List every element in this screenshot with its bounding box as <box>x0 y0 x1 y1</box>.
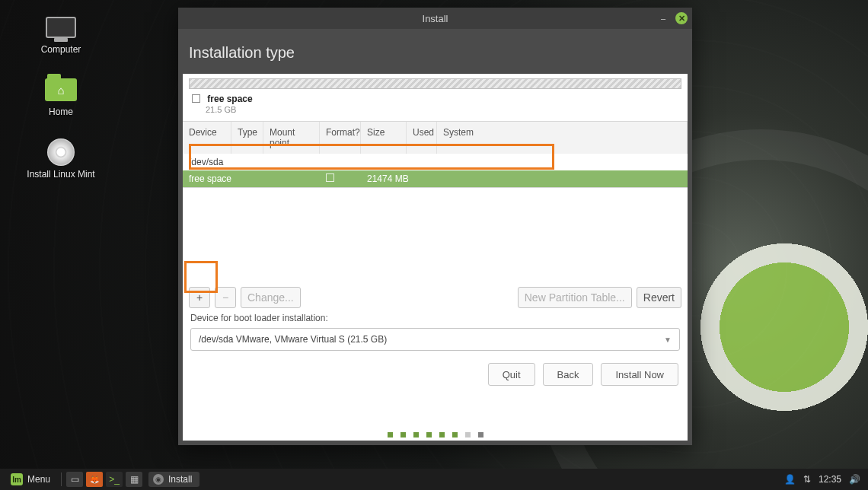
dot <box>400 432 406 438</box>
dot <box>478 432 483 438</box>
cell-device: /dev/sda <box>183 157 229 167</box>
files-launcher[interactable]: ▦ <box>126 472 142 487</box>
table-header: Device Type Mount point Format? Size Use… <box>183 122 688 154</box>
col-system[interactable]: System <box>437 122 688 154</box>
back-button[interactable]: Back <box>543 363 594 386</box>
boot-loader-select[interactable]: /dev/sda VMware, VMware Virtual S (21.5 … <box>190 328 680 351</box>
col-size[interactable]: Size <box>361 122 407 154</box>
close-button[interactable]: ✕ <box>675 12 688 24</box>
table-empty-area <box>183 188 688 279</box>
dot <box>413 432 419 438</box>
table-row-free-space[interactable]: free space 21474 MB <box>183 170 688 187</box>
desktop-icon-label: Install Linux Mint <box>27 169 94 180</box>
desktop-icon-label: Home <box>49 107 73 117</box>
change-partition-button[interactable]: Change... <box>241 287 301 308</box>
monitor-icon <box>44 14 78 41</box>
quick-launch: ▭ 🦊 >_ ▦ <box>66 472 142 487</box>
menu-label: Menu <box>27 474 50 485</box>
cell-size: 21474 MB <box>361 173 415 184</box>
system-tray: 👤 ⇅ 12:35 🔊 <box>784 474 863 485</box>
folder-icon <box>44 76 78 103</box>
legend-label: free space <box>207 94 252 104</box>
titlebar[interactable]: Install – ✕ <box>178 8 692 29</box>
cell-format <box>320 173 361 184</box>
volume-icon[interactable]: 🔊 <box>849 474 860 485</box>
format-checkbox[interactable] <box>326 173 334 182</box>
dot <box>426 432 432 438</box>
desktop-icon-computer[interactable]: Computer <box>18 14 104 55</box>
minimize-button[interactable]: – <box>657 12 669 24</box>
col-mount-point[interactable]: Mount point <box>263 122 320 154</box>
menu-button[interactable]: lm Menu <box>5 471 56 488</box>
desktop-icon-home[interactable]: Home <box>18 76 104 117</box>
boot-loader-label: Device for boot loader installation: <box>183 313 688 328</box>
window-title: Install <box>423 13 448 24</box>
table-body: /dev/sda free space 21474 MB <box>183 154 688 187</box>
partition-table: Device Type Mount point Format? Size Use… <box>183 121 688 188</box>
disc-icon <box>44 138 78 166</box>
network-icon[interactable]: ⇅ <box>803 474 811 485</box>
col-type[interactable]: Type <box>231 122 263 154</box>
col-format[interactable]: Format? <box>320 122 361 154</box>
dot <box>388 432 393 438</box>
remove-partition-button[interactable]: − <box>215 287 236 308</box>
partition-toolbar: + − Change... New Partition Table... Rev… <box>183 279 688 313</box>
legend-swatch <box>192 94 200 103</box>
quit-button[interactable]: Quit <box>488 363 535 386</box>
firefox-launcher[interactable]: 🦊 <box>86 472 103 487</box>
taskbar-item-install[interactable]: ◉ Install <box>148 472 199 487</box>
show-desktop-button[interactable]: ▭ <box>66 472 83 487</box>
terminal-launcher[interactable]: >_ <box>106 472 123 487</box>
revert-button[interactable]: Revert <box>637 287 681 308</box>
disk-legend: free space 21.5 GB <box>183 92 688 121</box>
desktop-icon-install-mint[interactable]: Install Linux Mint <box>18 138 104 180</box>
clock[interactable]: 12:35 <box>819 474 841 485</box>
table-row-disk[interactable]: /dev/sda <box>183 154 688 170</box>
desktop-icon-label: Computer <box>41 44 81 55</box>
install-button[interactable]: Install Now <box>601 363 678 386</box>
wizard-progress-dots <box>178 432 692 438</box>
dot-current <box>465 432 471 438</box>
col-used[interactable]: Used <box>407 122 437 154</box>
boot-loader-value: /dev/sda VMware, VMware Virtual S (21.5 … <box>199 334 387 345</box>
dot <box>452 432 458 438</box>
mint-logo-icon: lm <box>11 473 23 485</box>
chevron-down-icon: ▼ <box>664 336 672 344</box>
taskbar: lm Menu ▭ 🦊 >_ ▦ ◉ Install 👤 ⇅ 12:35 🔊 <box>0 469 868 490</box>
dot <box>439 432 445 438</box>
legend-sub: 21.5 GB <box>206 105 236 114</box>
col-device[interactable]: Device <box>183 122 231 154</box>
new-partition-table-button[interactable]: New Partition Table... <box>518 287 632 308</box>
page-heading: Installation type <box>178 29 692 74</box>
window-controls: – ✕ <box>657 12 688 24</box>
wizard-buttons: Quit Back Install Now <box>183 363 688 396</box>
taskbar-separator <box>61 473 62 486</box>
disk-usage-bar <box>189 78 681 89</box>
disc-icon: ◉ <box>153 474 164 485</box>
cell-device: free space <box>183 173 263 184</box>
content-panel: free space 21.5 GB Device Type Mount poi… <box>183 74 688 441</box>
add-partition-button[interactable]: + <box>189 287 210 308</box>
desktop-icons: Computer Home Install Linux Mint <box>18 14 104 180</box>
install-window: Install – ✕ Installation type free space… <box>178 8 692 445</box>
taskbar-item-label: Install <box>168 474 192 485</box>
user-icon[interactable]: 👤 <box>784 474 796 485</box>
